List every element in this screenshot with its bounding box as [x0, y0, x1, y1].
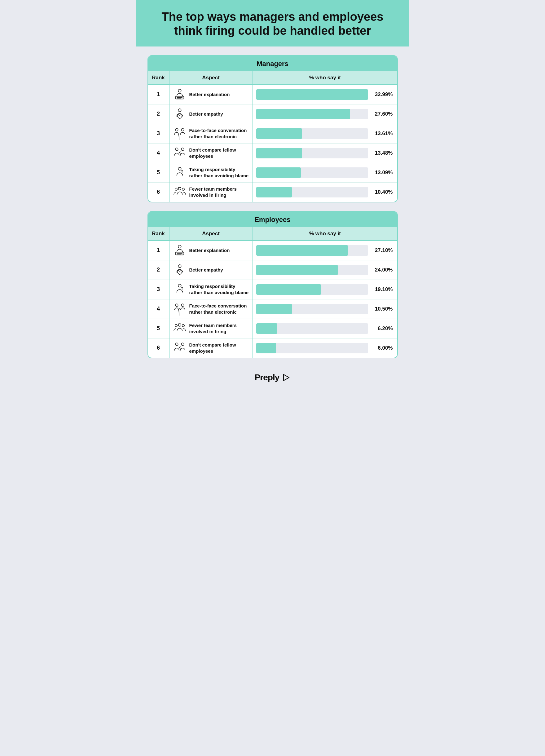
bar-background: [256, 304, 368, 314]
aspect-label: Better explanation: [189, 247, 230, 254]
aspect-cell: Fewer team members involved in firing: [169, 182, 253, 202]
bar-fill: [256, 167, 301, 178]
aspect-label: Face-to-face conversation rather than el…: [189, 303, 250, 315]
table-row: 4 Don't compare fellow employees 13.48%: [148, 143, 397, 163]
bar-cell: 32.99%: [253, 85, 397, 104]
bar-background: [256, 323, 368, 334]
logo-icon: [281, 373, 290, 382]
footer: Preply: [148, 367, 398, 389]
aspect-cell: Face-to-face conversation rather than el…: [169, 124, 253, 143]
aspect-cell: Better explanation: [169, 241, 253, 260]
managers-title: Managers: [148, 56, 397, 71]
bar-fill: [256, 343, 276, 353]
employees-col-aspect: Aspect: [169, 227, 253, 241]
aspect-label: Better empathy: [189, 111, 223, 117]
bar-cell: 19.10%: [253, 280, 397, 299]
bar-fill: [256, 109, 350, 119]
rank-cell: 3: [148, 280, 169, 299]
bar-background: [256, 265, 368, 275]
pct-label: 13.61%: [372, 130, 393, 137]
aspect-cell: Better empathy: [169, 104, 253, 124]
aspect-label: Fewer team members involved in firing: [189, 322, 250, 334]
responsibility-icon: [173, 282, 187, 297]
table-row: 3 Face-to-face conversation rather than …: [148, 124, 397, 143]
table-row: 1 Better explanation 32.99%: [148, 85, 397, 104]
bar-background: [256, 89, 368, 100]
rank-cell: 1: [148, 241, 169, 260]
bar-fill: [256, 128, 302, 139]
bar-cell: 10.50%: [253, 299, 397, 319]
aspect-cell: Fewer team members involved in firing: [169, 319, 253, 338]
aspect-label: Don't compare fellow employees: [189, 342, 250, 354]
bar-cell: 27.10%: [253, 241, 397, 260]
face-to-face-icon: [173, 126, 187, 141]
pct-label: 10.50%: [372, 306, 393, 312]
pct-label: 24.00%: [372, 267, 393, 273]
table-row: 6 Don't compare fellow employees 6.00%: [148, 338, 397, 358]
aspect-cell: Taking responsibility rather than avoidi…: [169, 163, 253, 182]
aspect-label: Better empathy: [189, 267, 223, 273]
fewer-members-icon: [173, 185, 187, 199]
aspect-label: Fewer team members involved in firing: [189, 186, 250, 198]
page-title: The top ways managers and employees thin…: [149, 10, 396, 38]
table-row: 3 Taking responsibility rather than avoi…: [148, 280, 397, 299]
bar-cell: 6.20%: [253, 319, 397, 338]
content: Managers Rank Aspect % who say it 1: [136, 46, 409, 398]
pct-label: 27.10%: [372, 247, 393, 254]
page-wrapper: The top ways managers and employees thin…: [136, 0, 409, 398]
rank-cell: 2: [148, 260, 169, 280]
bar-cell: 13.48%: [253, 143, 397, 163]
employees-col-pct: % who say it: [253, 227, 397, 241]
aspect-label: Face-to-face conversation rather than el…: [189, 127, 250, 139]
aspect-cell: Don't compare fellow employees: [169, 143, 253, 163]
rank-cell: 5: [148, 163, 169, 182]
rank-cell: 4: [148, 143, 169, 163]
pct-label: 19.10%: [372, 286, 393, 293]
bar-cell: 13.61%: [253, 124, 397, 143]
aspect-cell: Taking responsibility rather than avoidi…: [169, 280, 253, 299]
table-row: 2 Better empathy 24.00%: [148, 260, 397, 280]
bar-fill: [256, 265, 338, 275]
svg-marker-20: [283, 374, 289, 381]
employees-header-row: Rank Aspect % who say it: [148, 227, 397, 241]
bar-background: [256, 343, 368, 353]
aspect-cell: Better explanation: [169, 85, 253, 104]
bar-cell: 24.00%: [253, 260, 397, 280]
compare-icon: [173, 341, 187, 355]
bar-background: [256, 245, 368, 256]
bar-fill: [256, 323, 277, 334]
managers-col-pct: % who say it: [253, 71, 397, 85]
aspect-cell: Don't compare fellow employees: [169, 338, 253, 358]
bar-cell: 13.09%: [253, 163, 397, 182]
managers-col-aspect: Aspect: [169, 71, 253, 85]
employees-title: Employees: [148, 212, 397, 227]
table-row: 6 Fewer team members involved in firing …: [148, 182, 397, 202]
rank-cell: 3: [148, 124, 169, 143]
managers-section: Managers Rank Aspect % who say it 1: [148, 55, 398, 202]
bar-background: [256, 109, 368, 119]
bar-background: [256, 148, 368, 158]
employees-table: Rank Aspect % who say it 1 Better explan…: [148, 227, 397, 358]
bar-fill: [256, 187, 292, 197]
managers-table: Rank Aspect % who say it 1 Better explan…: [148, 71, 397, 202]
explanation-icon: [173, 243, 187, 258]
rank-cell: 2: [148, 104, 169, 124]
aspect-label: Don't compare fellow employees: [189, 147, 250, 159]
bar-background: [256, 167, 368, 178]
bar-background: [256, 187, 368, 197]
aspect-label: Better explanation: [189, 91, 230, 98]
bar-cell: 27.60%: [253, 104, 397, 124]
fewer-members-icon: [173, 321, 187, 336]
pct-label: 13.48%: [372, 150, 393, 156]
rank-cell: 6: [148, 182, 169, 202]
pct-label: 6.20%: [372, 325, 393, 332]
bar-cell: 10.40%: [253, 182, 397, 202]
bar-background: [256, 128, 368, 139]
employees-col-rank: Rank: [148, 227, 169, 241]
explanation-icon: [173, 87, 187, 102]
aspect-cell: Face-to-face conversation rather than el…: [169, 299, 253, 319]
table-row: 4 Face-to-face conversation rather than …: [148, 299, 397, 319]
face-to-face-icon: [173, 302, 187, 316]
bar-background: [256, 284, 368, 295]
table-row: 2 Better empathy 27.60%: [148, 104, 397, 124]
